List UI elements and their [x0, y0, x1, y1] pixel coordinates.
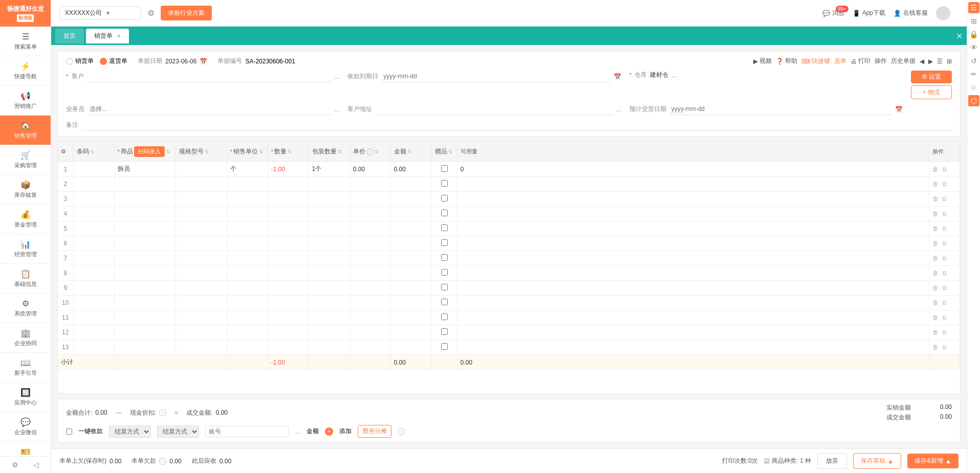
cell-unit[interactable]: 个 [227, 162, 268, 177]
col-settings[interactable]: ⚙ [58, 142, 73, 162]
sidebar-item-search[interactable]: ☰搜索菜单 [0, 27, 51, 56]
payment-date-calendar-icon[interactable]: 📅 [614, 73, 621, 80]
cell-unit[interactable] [227, 340, 268, 355]
cell-unit[interactable] [227, 281, 268, 296]
cell-qty[interactable] [268, 281, 309, 296]
company-select[interactable]: XXXXXX公司 ▼ [59, 6, 141, 20]
delivery-date-calendar-icon[interactable]: 📅 [895, 106, 903, 113]
sidebar-item-purchase[interactable]: 🛒采购管理 [0, 145, 51, 175]
cell-spec[interactable] [176, 221, 227, 236]
scan-button[interactable]: 扫码录入 [134, 146, 165, 157]
cell-amount[interactable] [390, 221, 431, 236]
copy-icon[interactable]: ⧉ [942, 181, 947, 188]
add-payment-button[interactable]: + [325, 427, 333, 436]
cell-price[interactable] [350, 192, 390, 207]
sidebar-item-sales[interactable]: 🏠销售管理 [0, 116, 51, 145]
cell-spec[interactable] [176, 340, 227, 355]
barcode-input[interactable] [77, 210, 111, 217]
cell-amount[interactable] [390, 340, 431, 355]
cell-gift[interactable] [431, 192, 457, 207]
gift-checkbox[interactable] [441, 165, 448, 172]
sidebar-item-wechat[interactable]: 💬企业微信 [0, 412, 51, 442]
cell-spec[interactable] [176, 177, 227, 192]
history-btn[interactable]: 历史单据 [891, 57, 916, 65]
cell-gift[interactable] [431, 296, 457, 310]
gift-checkbox[interactable] [441, 269, 448, 276]
cell-product[interactable] [114, 266, 176, 281]
fee-info-icon[interactable]: i [398, 428, 405, 435]
copy-icon[interactable]: ⧉ [942, 269, 947, 277]
cell-pkg-qty[interactable] [309, 192, 350, 207]
barcode-input[interactable] [77, 329, 111, 336]
tab-sales[interactable]: 销货单 ✕ [86, 29, 129, 43]
cell-qty[interactable] [268, 192, 309, 207]
barcode-input[interactable] [77, 225, 111, 232]
barcode-input[interactable] [77, 255, 111, 262]
barcode-input[interactable] [77, 344, 111, 351]
copy-icon[interactable]: ⧉ [942, 329, 947, 336]
gift-checkbox[interactable] [441, 239, 448, 246]
gift-checkbox[interactable] [441, 210, 448, 216]
cell-spec[interactable] [176, 236, 227, 251]
save-draft-button[interactable]: 保存草稿 ▲ [853, 453, 901, 469]
copy-icon[interactable]: ⧉ [942, 210, 947, 217]
note-input[interactable] [81, 119, 952, 131]
grid-view-btn[interactable]: ⊞ [968, 15, 979, 27]
account-dots[interactable]: ... [295, 428, 300, 435]
cell-barcode[interactable] [73, 162, 114, 177]
star-icon[interactable]: ☆ [968, 82, 979, 93]
cell-gift[interactable] [431, 221, 457, 236]
sidebar-item-finance[interactable]: 💰资金管理 [0, 205, 51, 234]
tab-close-icon[interactable]: ✕ [117, 33, 121, 39]
cell-unit[interactable] [227, 192, 268, 207]
calendar-icon[interactable]: 📅 [200, 58, 207, 65]
sidebar-item-basic[interactable]: 📋基础信息 [0, 264, 51, 294]
cell-pkg-qty[interactable] [309, 266, 350, 281]
cell-pkg-qty[interactable] [309, 325, 350, 340]
gift-checkbox[interactable] [441, 224, 448, 231]
cell-pkg-qty[interactable] [309, 236, 350, 251]
cell-product[interactable]: 拆员 [114, 162, 176, 177]
copy-icon[interactable]: ⧉ [942, 166, 947, 173]
eye-icon[interactable]: 👁 [968, 42, 979, 53]
orange-action-btn[interactable]: ⬡ [968, 95, 979, 106]
cell-qty[interactable] [268, 340, 309, 355]
cell-price[interactable] [350, 310, 390, 325]
save-new-button[interactable]: 保存&新增 ▲ [907, 454, 959, 468]
cell-product[interactable] [114, 251, 176, 266]
tab-home[interactable]: 首页 [55, 29, 84, 43]
list-view-btn[interactable]: ☰ [968, 2, 979, 13]
copy-icon[interactable]: ⧉ [942, 195, 947, 202]
cell-qty[interactable] [268, 266, 309, 281]
cell-unit[interactable] [227, 296, 268, 310]
cell-spec[interactable] [176, 296, 227, 310]
customer-addr-input[interactable] [375, 103, 613, 115]
avatar[interactable] [936, 6, 950, 20]
app-download-btn[interactable]: 📱 App下载 [853, 9, 885, 17]
cell-amount[interactable] [390, 236, 431, 251]
cell-spec[interactable] [176, 325, 227, 340]
cell-product[interactable] [114, 340, 176, 355]
cell-qty[interactable] [268, 310, 309, 325]
cell-amount[interactable] [390, 325, 431, 340]
cell-pkg-qty[interactable] [309, 340, 350, 355]
gift-checkbox[interactable] [441, 313, 448, 320]
cell-amount[interactable] [390, 251, 431, 266]
gift-checkbox[interactable] [441, 299, 448, 305]
delete-icon[interactable]: 🗑 [932, 240, 939, 247]
return-order-radio[interactable]: 退货单 [100, 57, 127, 65]
cell-gift[interactable] [431, 325, 457, 340]
salesperson-select-dots[interactable]: ... [334, 106, 339, 113]
cell-spec[interactable] [176, 251, 227, 266]
total-owed-info-icon[interactable]: i [159, 458, 166, 465]
delete-icon[interactable]: 🗑 [932, 255, 939, 262]
cell-pkg-qty[interactable] [309, 296, 350, 310]
message-btn[interactable]: 💬 消息 99+ [822, 9, 844, 17]
sidebar-item-member[interactable]: 🎫畅会员 [0, 442, 51, 456]
cell-qty[interactable] [268, 251, 309, 266]
cell-amount[interactable] [390, 207, 431, 221]
cell-pkg-qty[interactable] [309, 281, 350, 296]
delete-icon[interactable]: 🗑 [932, 225, 939, 232]
cell-product[interactable] [114, 207, 176, 221]
barcode-input[interactable] [77, 284, 111, 291]
